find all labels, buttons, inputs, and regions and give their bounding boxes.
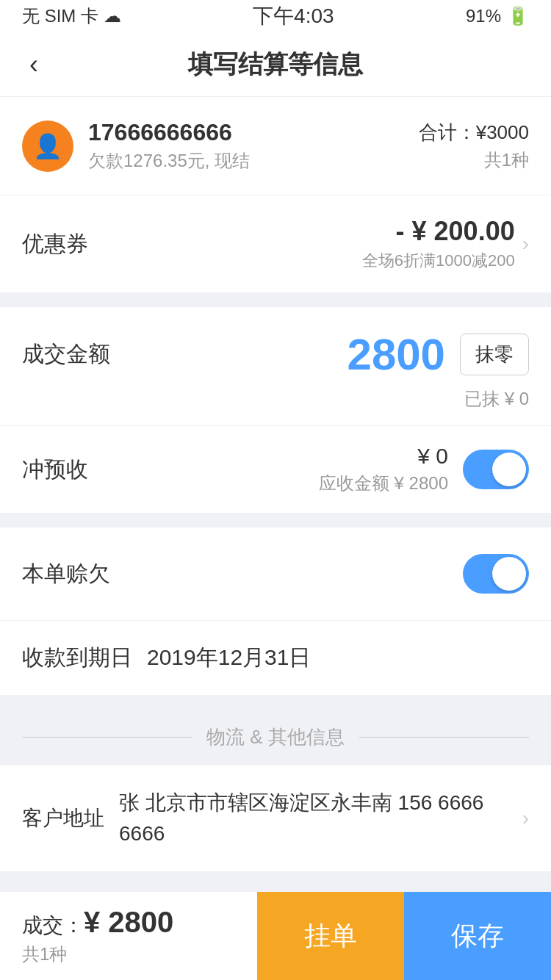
due-date-row: 收款到期日 2019年12月31日 [0,620,551,695]
user-left: 👤 17666666666 欠款1276.35元, 现结 [22,119,250,173]
address-row[interactable]: 客户地址 张 北京市市辖区海淀区永丰南 156 6666 6666 › [0,765,551,871]
address-value: 张 北京市市辖区海淀区永丰南 156 6666 6666 [119,788,508,849]
sim-label: 无 SIM 卡 ☁ [22,4,121,28]
coupon-row[interactable]: 优惠券 - ¥ 200.00 全场6折满1000减200 › [0,195,551,292]
nav-bar: ‹ 填写结算等信息 [0,32,551,97]
prepay-toggle-knob [492,453,526,486]
main-content: 👤 17666666666 欠款1276.35元, 现结 合计：¥3000 共1… [0,97,551,974]
save-button[interactable]: 保存 [404,892,551,980]
logistics-line-left [22,737,192,738]
user-coupon-card: 👤 17666666666 欠款1276.35元, 现结 合计：¥3000 共1… [0,97,551,292]
credit-toggle[interactable] [463,554,529,594]
status-left: 无 SIM 卡 ☁ [22,4,121,28]
status-time: 下午4:03 [253,2,334,30]
deal-sub-label: 已抹 ¥ 0 [0,387,551,425]
due-date-label: 收款到期日 [22,643,132,673]
total-count: 共1种 [419,148,529,172]
hold-button[interactable]: 挂单 [257,892,404,980]
bottom-count: 共1种 [22,943,235,966]
user-debt: 欠款1276.35元, 现结 [88,149,250,173]
prepay-sub: 应收金额 ¥ 2800 [319,472,448,495]
user-info: 17666666666 欠款1276.35元, 现结 [88,119,250,173]
status-bar: 无 SIM 卡 ☁ 下午4:03 91% 🔋 [0,0,551,32]
total-label: 合计：¥3000 [419,120,529,145]
battery-label: 91% [466,6,501,26]
deal-amount-card: 成交金额 2800 抹零 已抹 ¥ 0 冲预收 ¥ 0 应收金额 ¥ 2800 [0,307,551,513]
user-phone: 17666666666 [88,119,250,146]
deal-amount-value: 2800 [347,329,445,380]
bottom-deal-amount: ¥ 2800 [84,906,173,938]
bottom-deal: 成交：¥ 2800 [22,906,235,940]
prepay-right: ¥ 0 应收金额 ¥ 2800 [319,444,529,495]
coupon-chevron-icon: › [522,232,529,256]
bottom-deal-label: 成交： [22,914,84,937]
round-button[interactable]: 抹零 [460,334,529,375]
address-card: 客户地址 张 北京市市辖区海淀区永丰南 156 6666 6666 › [0,765,551,871]
prepay-toggle[interactable] [463,450,529,489]
address-label: 客户地址 [22,804,104,832]
deal-amount-area: 2800 抹零 [347,329,529,380]
avatar-icon: 👤 [33,132,62,160]
user-right: 合计：¥3000 共1种 [419,120,529,172]
prepay-amount: ¥ 0 [319,444,448,469]
credit-toggle-knob [492,557,526,591]
bottom-summary: 成交：¥ 2800 共1种 [0,906,257,966]
prepay-amount-area: ¥ 0 应收金额 ¥ 2800 [319,444,448,495]
prepay-label: 冲预收 [22,455,88,485]
coupon-label: 优惠券 [22,229,88,259]
battery-icon: 🔋 [507,6,529,26]
deal-amount-row: 成交金额 2800 抹零 [0,307,551,387]
page-title: 填写结算等信息 [188,48,363,82]
prepay-row: 冲预收 ¥ 0 应收金额 ¥ 2800 [0,425,551,513]
address-chevron-icon: › [522,807,529,830]
coupon-amount: - ¥ 200.00 [362,216,515,247]
user-row: 👤 17666666666 欠款1276.35元, 现结 合计：¥3000 共1… [0,97,551,195]
deal-amount-label: 成交金额 [22,339,110,370]
credit-label: 本单赊欠 [22,559,110,589]
due-date-value: 2019年12月31日 [147,643,311,673]
logistics-divider: 物流 & 其他信息 [0,710,551,765]
logistics-text: 物流 & 其他信息 [192,724,359,750]
status-right: 91% 🔋 [466,6,529,26]
coupon-right: - ¥ 200.00 全场6折满1000减200 › [362,216,529,272]
credit-row: 本单赊欠 [0,527,551,620]
coupon-desc: 全场6折满1000减200 [362,250,515,272]
back-button[interactable]: ‹ [22,42,46,87]
logistics-line-right [359,737,529,738]
avatar: 👤 [22,120,73,172]
credit-card: 本单赊欠 收款到期日 2019年12月31日 [0,527,551,695]
bottom-bar: 成交：¥ 2800 共1种 挂单 保存 [0,892,551,980]
